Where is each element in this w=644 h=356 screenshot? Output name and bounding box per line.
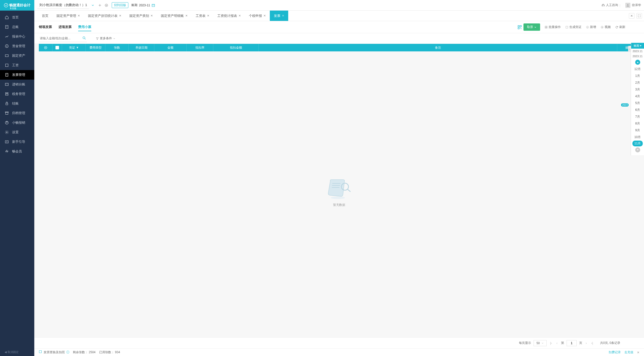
more-filter-button[interactable]: 更多条件 — [96, 36, 115, 41]
subtab-sales[interactable]: 销项发票 — [39, 23, 52, 31]
page-input[interactable] — [567, 340, 577, 346]
tab-asset-detail[interactable]: 固定资产明细账✕ — [157, 11, 192, 21]
close-icon[interactable]: ✕ — [185, 14, 188, 17]
table-header: 凭证 费用类型 张数 单据日期 金额 抵扣率 抵扣金额 备注 操作 — [39, 44, 639, 51]
gen-voucher-button[interactable]: 生成凭证 — [565, 25, 581, 29]
gear-icon[interactable] — [105, 4, 108, 7]
tab-assets[interactable]: 固定资产管理✕ — [52, 11, 84, 21]
home-icon — [5, 15, 9, 20]
rail-month-9[interactable]: 9月 — [635, 127, 640, 134]
tab-asset-cat[interactable]: 固定资产类别✕ — [125, 11, 157, 21]
tab-invoice[interactable]: 发票✕ — [270, 11, 288, 21]
tab-depreciation[interactable]: 固定资产折旧统计表✕ — [84, 11, 125, 21]
batch-button[interactable]: 批量操作 — [545, 25, 561, 29]
tab-label: 固定资产类别 — [129, 14, 149, 18]
sidebar-item-member[interactable]: 畅会员 — [0, 147, 34, 156]
sidebar-item-home[interactable]: 首页 — [0, 13, 34, 22]
sidebar-item-assets[interactable]: 固定资产 — [0, 51, 34, 60]
close-icon[interactable]: ✕ — [239, 14, 241, 17]
refresh-button[interactable]: 刷新 — [615, 25, 625, 29]
new-button[interactable]: 新增 — [586, 25, 596, 29]
first-page-button[interactable]: |‹ — [549, 341, 553, 345]
sidebar-item-inventory[interactable]: 进销台账 — [0, 80, 34, 89]
close-icon[interactable]: ✕ — [119, 14, 121, 17]
rail-month-11[interactable]: 11月 — [632, 141, 643, 146]
filter-icon[interactable] — [76, 46, 79, 49]
page-summary: 共0页, 0条记录 — [600, 341, 620, 345]
sidebar-item-archive[interactable]: 归档管理 — [0, 108, 34, 118]
sidebar-item-guide[interactable]: 新手引导 — [0, 137, 34, 147]
sidebar-item-reports[interactable]: 报表中心 — [0, 32, 34, 41]
sidebar-item-payroll[interactable]: 工资 — [0, 60, 34, 70]
search-icon[interactable] — [82, 36, 86, 40]
subtab-expense[interactable]: 费用小票 — [78, 23, 91, 31]
last-page-button[interactable]: ›| — [590, 341, 594, 345]
rail-down-button[interactable] — [635, 147, 640, 152]
svg-rect-13 — [6, 103, 8, 105]
th-settings[interactable] — [39, 44, 52, 51]
plus-icon[interactable] — [98, 4, 102, 7]
table-body-empty: 暂无数据 — [39, 51, 639, 333]
rail-month-8[interactable]: 8月 — [635, 120, 640, 127]
rail-month-4[interactable]: 4月 — [635, 93, 640, 100]
account-selector[interactable]: 刘小艳演示账套（勿删勿动！）1 — [37, 2, 89, 9]
info-icon[interactable]: ⓘ — [66, 350, 69, 354]
prev-page-button[interactable]: ‹ — [555, 341, 559, 345]
tab-label: 首页 — [42, 14, 48, 18]
rail-month-2[interactable]: 2月 — [635, 79, 640, 86]
filter-row: 更多条件 — [34, 33, 644, 44]
rail-month-3[interactable]: 3月 — [635, 86, 640, 93]
sidebar-item-funds[interactable]: ¥资金管理 — [0, 41, 34, 51]
th-checkbox[interactable] — [52, 44, 62, 51]
close-icon[interactable]: ✕ — [207, 14, 209, 17]
rail-head[interactable]: 账期 ▾ — [631, 43, 644, 49]
sidebar-item-settings[interactable]: 设置 — [0, 127, 34, 137]
batch-icon — [545, 26, 548, 29]
sidebar-item-close[interactable]: 结账 — [0, 99, 34, 108]
tab-home[interactable]: 首页 — [38, 11, 52, 21]
search-input[interactable] — [39, 35, 87, 42]
close-icon[interactable]: ✕ — [151, 14, 153, 17]
tab-payroll-stats[interactable]: 工资统计报表✕ — [213, 11, 245, 21]
rail-month-1[interactable]: 1月 — [635, 73, 640, 79]
sidebar-item-ledger[interactable]: 总账 — [0, 22, 34, 32]
rail-month-10[interactable]: 10月 — [634, 134, 641, 141]
chevron-down-icon[interactable] — [91, 4, 95, 7]
invoice-icon — [5, 73, 9, 77]
qr-icon[interactable] — [517, 25, 522, 29]
fullscreen-button[interactable] — [636, 13, 642, 19]
subtab-purchase[interactable]: 进项发票 — [58, 23, 72, 31]
account-name-text: 刘小艳演示账套（勿删勿动！）1 — [39, 3, 87, 7]
get-invoice-button[interactable]: 取票 — [523, 23, 540, 31]
next-page-button[interactable]: › — [585, 341, 588, 345]
user-menu[interactable]: 徐泽华 — [625, 3, 641, 8]
rail-up-button[interactable] — [635, 60, 640, 65]
sidebar-item-invoice[interactable]: 发票管理 — [0, 70, 34, 80]
recharge-link[interactable]: 去充值 — [624, 350, 633, 354]
svg-rect-15 — [6, 112, 8, 114]
switch-version-button[interactable]: 切到旧版 — [112, 2, 128, 8]
sidebar-item-tax[interactable]: 税务管理 — [0, 89, 34, 99]
sidebar-item-label: 税务管理 — [12, 92, 25, 96]
deduct-log-link[interactable]: 扣费记录 — [609, 350, 621, 354]
tab-payroll[interactable]: 工资表✕ — [192, 11, 213, 21]
tab-label: 固定资产折旧统计表 — [88, 14, 118, 18]
rail-month-12[interactable]: 12月 — [634, 66, 641, 73]
close-icon[interactable]: ✕ — [264, 14, 266, 17]
close-all-tabs-button[interactable]: ✕ — [629, 13, 634, 19]
sidebar-item-expense[interactable]: 小畅报销 — [0, 118, 34, 127]
support-button[interactable]: 人工咨询 — [601, 3, 618, 7]
close-icon[interactable]: ✕ — [282, 14, 284, 17]
sidebar-unpin[interactable]: ◀ 取消固定 — [0, 348, 34, 356]
rail-month-7[interactable]: 7月 — [635, 113, 640, 120]
rail-collapse-button[interactable]: › — [628, 46, 631, 52]
tab-tax-filing[interactable]: 个税申报✕ — [245, 11, 270, 21]
video-button[interactable]: 视频 — [601, 25, 611, 29]
close-icon[interactable]: ✕ — [637, 351, 639, 354]
rail-month-5[interactable]: 5月 — [635, 100, 640, 107]
per-page-select[interactable]: 50 — [534, 340, 546, 346]
rail-month-6[interactable]: 6月 — [635, 107, 640, 113]
year-badge: 2023 — [621, 103, 629, 107]
close-icon[interactable]: ✕ — [78, 14, 80, 17]
calendar-icon[interactable] — [152, 4, 155, 7]
